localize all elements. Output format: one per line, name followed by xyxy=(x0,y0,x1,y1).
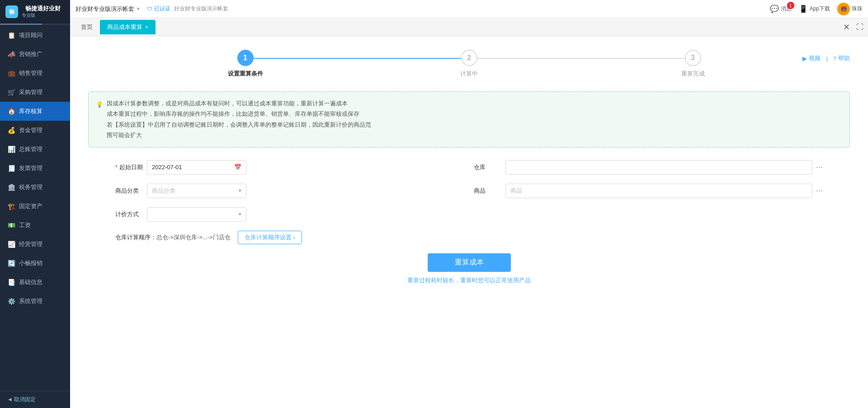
sidebar-item-management[interactable]: 📈 经营管理 xyxy=(0,235,70,254)
sidebar-item-sales[interactable]: 💼 销售管理 xyxy=(0,64,70,83)
sidebar-item-label: 库存核算 xyxy=(19,107,42,115)
sidebar-item-label: 采购管理 xyxy=(19,88,42,96)
user-menu[interactable]: 🐻 珠珠 xyxy=(837,3,863,15)
sidebar-item-basic[interactable]: 📑 基础信息 xyxy=(0,273,70,292)
shield-icon: 🛡 xyxy=(147,6,152,12)
play-icon: ▶ xyxy=(802,55,807,62)
form-section: 起始日期 2022-07-01 📅 仓库 ··· 商品分类 商 xyxy=(88,160,850,285)
pin-toggle-label: ◄ 取消固定 xyxy=(7,396,36,403)
accounting-icon: 📊 xyxy=(7,145,15,153)
sidebar-item-inventory[interactable]: 🏠 库存核算 xyxy=(0,102,70,121)
product-more-icon[interactable]: ··· xyxy=(816,186,823,195)
sidebar-item-marketing[interactable]: 📣 营销推广 xyxy=(0,45,70,64)
steps-wizard: 1 设置重算条件 2 计算中 3 重算完成 ▶ xyxy=(88,50,850,78)
sidebar-item-label: 项目顾问 xyxy=(19,31,42,39)
start-date-input[interactable]: 2022-07-01 📅 xyxy=(147,160,246,175)
warehouse-field: 仓库 ··· xyxy=(474,160,823,175)
sidebar-item-label: 营销推广 xyxy=(19,50,42,58)
info-line-2: 成本重算过程中，影响库存账的操作均不能操作，比如进货单、销货单、库存单据不能审核… xyxy=(107,109,371,119)
warehouse-input[interactable] xyxy=(505,160,812,175)
sidebar-item-system[interactable]: ⚙️ 系统管理 xyxy=(0,292,70,311)
step-2-number: 2 xyxy=(467,54,471,62)
project-icon: 📋 xyxy=(7,31,15,39)
app-download-label: App下载 xyxy=(810,5,830,13)
content-area: 1 设置重算条件 2 计算中 3 重算完成 ▶ xyxy=(70,36,868,408)
step-1-circle: 1 xyxy=(237,50,254,66)
sidebar-item-finance[interactable]: 💰 资金管理 xyxy=(0,121,70,140)
sidebar-item-label: 工资 xyxy=(19,221,31,229)
panel-close-button[interactable]: ✕ xyxy=(843,22,850,32)
step-2-circle: 2 xyxy=(461,50,477,66)
category-chevron-icon: ▾ xyxy=(239,188,241,194)
tab-cost-recalc-label: 商品成本重算 xyxy=(107,23,142,31)
verified-badge: 🛡 已认证 xyxy=(147,5,170,13)
sidebar-item-tax[interactable]: 🏛️ 税务管理 xyxy=(0,178,70,197)
basic-icon: 📑 xyxy=(7,278,15,286)
message-button[interactable]: 💬 消息 1 xyxy=(770,5,792,13)
steps-actions: ▶ 视频 | ? 帮助 xyxy=(802,54,850,62)
panel-expand-button[interactable]: ⛶ xyxy=(856,23,863,31)
product-input[interactable]: 商品 xyxy=(505,184,812,198)
warehouse-order-row: 仓库计算顺序： 总仓->深圳仓库->...->门店仓 仓库计算顺序设置 › xyxy=(115,231,823,244)
app-logo: 畅 xyxy=(5,5,18,18)
sidebar-item-expense[interactable]: 🔄 小畅报销 xyxy=(0,254,70,273)
category-select[interactable]: 商品分类 ▾ xyxy=(147,184,246,198)
info-line-3: 若【系统设置】中启用了自动调整记账日期时，会调整入库单的整单记账日期，因此重新计… xyxy=(107,119,371,130)
pricing-select[interactable]: ▾ xyxy=(147,207,246,222)
pricing-label: 计价方式 xyxy=(115,210,147,218)
info-box-text: 因成本计算参数调整，或是对商品成本有疑问时，可以通过成本重算功能，重新计算一遍成… xyxy=(107,98,371,141)
help-button[interactable]: ? 帮助 xyxy=(833,54,850,62)
app-subtitle: 专业版 xyxy=(22,12,61,19)
app-title: 畅捷通好业财 xyxy=(25,5,61,12)
recalc-button[interactable]: 重算成本 xyxy=(428,253,511,272)
expense-icon: 🔄 xyxy=(7,259,15,267)
sidebar-item-label: 销售管理 xyxy=(19,69,42,77)
sidebar-header: 畅 畅捷通好业财 专业版 xyxy=(0,0,70,24)
sidebar-pin-toggle[interactable]: ◄ 取消固定 xyxy=(0,391,70,408)
tab-home[interactable]: 首页 xyxy=(74,20,100,34)
video-button[interactable]: ▶ 视频 xyxy=(802,54,821,62)
category-placeholder: 商品分类 xyxy=(152,187,175,195)
step-3-circle: 3 xyxy=(685,50,701,66)
sidebar-item-salary[interactable]: 💵 工资 xyxy=(0,216,70,235)
step-2-label: 计算中 xyxy=(460,70,478,78)
form-row-3: 计价方式 ▾ xyxy=(115,207,823,222)
account-selector[interactable]: 好业财专业版演示帐套 ▾ xyxy=(75,5,140,13)
warehouse-order-settings-button[interactable]: 仓库计算顺序设置 › xyxy=(238,231,302,244)
account-name: 好业财专业版演示帐套 xyxy=(75,5,134,13)
sidebar-nav: 📋 项目顾问 📣 营销推广 💼 销售管理 🛒 采购管理 🏠 库存核算 💰 资金管… xyxy=(0,24,70,391)
tab-home-label: 首页 xyxy=(81,23,93,31)
topbar-right: 💬 消息 1 📱 App下载 🐻 珠珠 xyxy=(770,3,863,15)
category-field: 商品分类 商品分类 ▾ xyxy=(115,184,465,198)
sidebar-item-label: 资金管理 xyxy=(19,126,42,134)
product-field: 商品 商品 ··· xyxy=(474,184,823,198)
calendar-icon[interactable]: 📅 xyxy=(234,164,241,171)
warehouse-label: 仓库 xyxy=(474,163,505,171)
info-line-4: 围可能会扩大 xyxy=(107,130,371,140)
step-3-number: 3 xyxy=(691,54,695,62)
step-3-label: 重算完成 xyxy=(681,70,705,78)
tab-close-icon[interactable]: × xyxy=(145,24,148,30)
warehouse-order-btn-label: 仓库计算顺序设置 xyxy=(245,233,292,242)
warehouse-more-icon[interactable]: ··· xyxy=(816,162,823,172)
video-label: 视频 xyxy=(809,54,821,62)
sidebar-item-accounting[interactable]: 📊 总账管理 xyxy=(0,140,70,159)
topbar: 好业财专业版演示帐套 ▾ 🛡 已认证 好业财专业版演示帐套 💬 消息 1 📱 A… xyxy=(70,0,868,18)
sidebar-item-label: 税务管理 xyxy=(19,183,42,191)
sidebar-item-invoice[interactable]: 🧾 发票管理 xyxy=(0,159,70,178)
product-placeholder: 商品 xyxy=(510,187,522,195)
sidebar-item-project[interactable]: 📋 项目顾问 xyxy=(0,26,70,45)
assets-icon: 🏗️ xyxy=(7,202,15,210)
finance-icon: 💰 xyxy=(7,126,15,134)
pricing-field: 计价方式 ▾ xyxy=(115,207,465,222)
tab-cost-recalc[interactable]: 商品成本重算 × xyxy=(100,20,156,34)
sidebar-item-label: 小畅报销 xyxy=(19,259,42,267)
sidebar-item-label: 总账管理 xyxy=(19,145,42,153)
app-download-button[interactable]: 📱 App下载 xyxy=(799,5,830,13)
sidebar-item-purchase[interactable]: 🛒 采购管理 xyxy=(0,83,70,102)
sidebar-item-assets[interactable]: 🏗️ 固定资产 xyxy=(0,197,70,216)
step-3: 3 重算完成 xyxy=(581,50,805,78)
management-icon: 📈 xyxy=(7,240,15,248)
form-row-1: 起始日期 2022-07-01 📅 仓库 ··· xyxy=(115,160,823,175)
inventory-icon: 🏠 xyxy=(7,107,15,115)
